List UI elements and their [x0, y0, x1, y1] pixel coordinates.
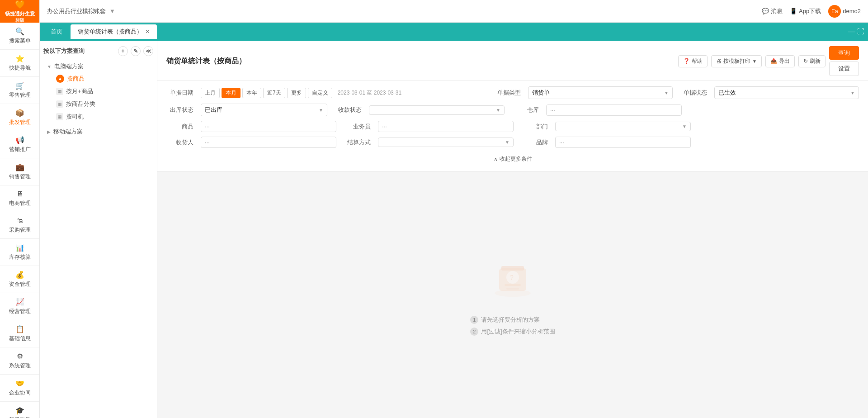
tab-close-icon[interactable]: ✕	[145, 28, 150, 35]
doc-status-value: 已生效	[718, 89, 736, 97]
empty-tips: 1 请先选择要分析的方案 2 用[过滤]条件来缩小分析范围	[470, 316, 555, 339]
content-area: 按以下方案查询 + ✎ ≪ ▼ 电脑端方案 ● 按商品 ▦ 按月+	[40, 41, 868, 418]
message-btn[interactable]: 💬 消息	[762, 7, 783, 15]
collapse-panel-btn[interactable]: ≪	[143, 46, 153, 56]
message-label: 消息	[771, 7, 783, 15]
print-btn[interactable]: 🖨 按模板打印 ▼	[711, 55, 762, 67]
warehouse-status-select[interactable]: 已出库 ▼	[201, 104, 327, 116]
goods-select[interactable]: ···	[201, 121, 336, 132]
sidebar-item-retail[interactable]: 🛒零售管理	[0, 77, 39, 104]
date-btn-last-7days[interactable]: 近7天	[263, 88, 285, 98]
tab-maximize-btn[interactable]: ⛶	[857, 28, 864, 36]
sidebar-icon-operations: 📈	[2, 298, 38, 306]
sidebar-item-operations[interactable]: 📈经营管理	[0, 293, 39, 320]
doc-type-select[interactable]: 销货单 ▼	[528, 86, 673, 99]
sidebar-label-wholesale: 批发管理	[9, 119, 31, 125]
date-btn-last-month[interactable]: 上月	[201, 88, 220, 98]
user-profile[interactable]: Ea demo2	[828, 5, 861, 18]
sidebar-item-newbie[interactable]: 🎓新手引导	[0, 402, 39, 418]
settlement-label: 结算方式	[344, 138, 371, 147]
warehouse2-select[interactable]: ···	[546, 104, 682, 116]
settlement-select[interactable]: ▼	[378, 138, 514, 147]
doc-type-label: 单据类型	[494, 89, 521, 97]
tree-sub-desktop: ● 按商品 ▦ 按月+商品 ▦ 按商品分类 ▦ 按司机	[43, 72, 153, 123]
sidebar-label-marketing: 营销推广	[9, 146, 31, 152]
scheme-by-goods[interactable]: ● 按商品	[52, 72, 153, 85]
sidebar-label-system: 系统管理	[9, 362, 31, 369]
scheme-by-cashier[interactable]: ▦ 按司机	[52, 110, 153, 123]
edit-scheme-btn[interactable]: ✎	[131, 46, 141, 56]
tree-desktop[interactable]: ▼ 电脑端方案	[43, 61, 153, 72]
sidebar-item-inventory[interactable]: 📊库存核算	[0, 239, 39, 266]
dept-arrow-icon: ▼	[682, 124, 687, 129]
sidebar-label-inventory: 库存核算	[9, 254, 31, 260]
refresh-btn[interactable]: ↻ 刷新	[798, 55, 826, 67]
tab-minimize-btn[interactable]: —	[848, 28, 855, 36]
sidebar-label-quick-nav: 快捷导航	[9, 65, 31, 71]
sidebar-label-purchase: 采购管理	[9, 227, 31, 233]
page-title: 销货单统计表（按商品）	[166, 57, 246, 66]
date-btn-this-month[interactable]: 本月	[222, 88, 241, 98]
sidebar-item-ecom[interactable]: 🖥电商管理	[0, 185, 39, 212]
sidebar-item-marketing[interactable]: 📢营销推广	[0, 131, 39, 158]
sidebar-icon-purchase: 🛍	[2, 217, 38, 225]
sidebar-icon-quick-nav: ⭐	[2, 54, 38, 63]
sidebar-item-purchase[interactable]: 🛍采购管理	[0, 212, 39, 239]
topbar: 办公用品行业模拟账套 ▼ 💬 消息 📱 App下载 Ea demo2	[40, 0, 868, 23]
scheme-by-month-goods[interactable]: ▦ 按月+商品	[52, 85, 153, 98]
export-btn[interactable]: 📤 导出	[765, 55, 795, 67]
warehouse2-label: 仓库	[512, 106, 539, 114]
tree-mobile[interactable]: ▶ 移动端方案	[43, 126, 153, 138]
sidebar-item-sales[interactable]: 💼销售管理	[0, 158, 39, 185]
tab-sales-stats[interactable]: 销货单统计表（按商品） ✕	[71, 24, 157, 39]
help-label: 帮助	[692, 57, 703, 65]
sidebar-icon-ecom: 🖥	[2, 190, 38, 198]
sidebar-item-basic[interactable]: 📋基础信息	[0, 320, 39, 347]
salesperson-label: 业务员	[344, 123, 371, 131]
sidebar-item-quick-nav[interactable]: ⭐快捷导航	[0, 50, 39, 77]
scheme-icon-by-category: ▦	[56, 100, 63, 108]
query-btn[interactable]: 查询	[829, 46, 859, 60]
settings-btn[interactable]: 设置	[829, 62, 859, 76]
right-panel: 销货单统计表（按商品） ❓ 帮助 🖨 按模板打印 ▼ 📤 导出	[157, 41, 868, 418]
app-download-btn[interactable]: 📱 App下载	[790, 7, 821, 15]
scheme-label-by-cashier: 按司机	[66, 113, 84, 121]
sidebar-item-system[interactable]: ⚙系统管理	[0, 347, 39, 375]
export-icon: 📤	[770, 58, 777, 64]
sidebar-item-enterprise[interactable]: 🤝企业协同	[0, 375, 39, 402]
scheme-by-category[interactable]: ▦ 按商品分类	[52, 98, 153, 110]
warehouse2-placeholder: ···	[550, 107, 555, 114]
sidebar-item-finance[interactable]: 💰资金管理	[0, 266, 39, 293]
payment-status-arrow-icon: ▼	[496, 108, 500, 113]
doc-status-select[interactable]: 已生效 ▼	[714, 86, 859, 99]
avatar-initial: Ea	[831, 8, 838, 14]
sidebar-icon-finance: 💰	[2, 271, 38, 279]
breadcrumb-dropdown-icon[interactable]: ▼	[109, 8, 115, 14]
date-btn-this-year[interactable]: 本年	[242, 88, 261, 98]
filter-area: 单据日期 上月 本月 本年 近7天 更多 自定义 2023-03-01 至 20…	[157, 81, 868, 171]
sidebar-label-finance: 资金管理	[9, 281, 31, 287]
empty-tip-1: 1 请先选择要分析的方案	[470, 316, 555, 324]
sidebar-icon-newbie: 🎓	[2, 406, 38, 415]
date-btn-more[interactable]: 更多	[287, 88, 306, 98]
tab-home[interactable]: 首页	[43, 24, 70, 39]
payment-status-select[interactable]: ▼	[369, 105, 505, 115]
receiver-select[interactable]: ···	[201, 137, 336, 148]
sidebar-item-search[interactable]: 🔍搜索菜单	[0, 23, 39, 50]
dept-select[interactable]: ▼	[555, 122, 691, 131]
brand-select[interactable]: ···	[555, 137, 691, 148]
salesperson-select[interactable]: ···	[378, 121, 514, 132]
sidebar-icon-search: 🔍	[2, 27, 38, 36]
collapse-more-btn[interactable]: ∧ 收起更多条件	[166, 152, 859, 166]
date-btn-custom[interactable]: 自定义	[308, 88, 332, 98]
sidebar-icon-enterprise: 🤝	[2, 379, 38, 388]
sidebar-label-sales: 销售管理	[9, 173, 31, 180]
panel-header-actions: + ✎ ≪	[118, 46, 153, 56]
help-btn[interactable]: ❓ 帮助	[678, 55, 708, 67]
sidebar-icon-basic: 📋	[2, 325, 38, 333]
sidebar-icon-system: ⚙	[2, 352, 38, 361]
query-actions: 查询 设置	[829, 46, 859, 76]
add-scheme-btn[interactable]: +	[118, 46, 128, 56]
date-filter-value: 上月 本月 本年 近7天 更多 自定义 2023-03-01 至 2023-03…	[201, 88, 486, 98]
sidebar-item-wholesale[interactable]: 📦批发管理	[0, 104, 39, 131]
